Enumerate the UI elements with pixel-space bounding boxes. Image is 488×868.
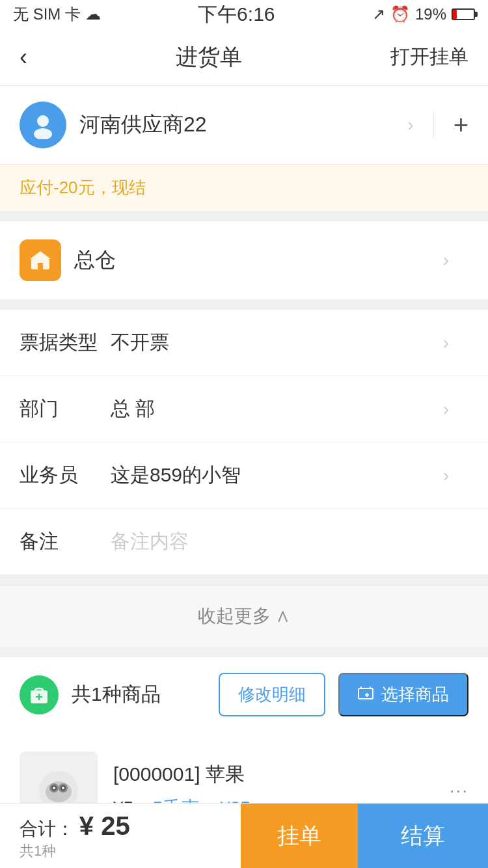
svg-point-1: [34, 128, 52, 139]
battery-level: 19%: [415, 5, 446, 23]
products-icon: [20, 675, 59, 714]
department-label: 部门: [20, 396, 111, 422]
warehouse-row[interactable]: 总仓 ›: [0, 221, 488, 299]
add-supplier-button[interactable]: +: [454, 111, 468, 140]
status-right: ↗ ⏰ 19%: [372, 5, 475, 23]
status-time: 下午6:16: [198, 1, 275, 28]
svg-point-14: [46, 781, 72, 802]
remark-row[interactable]: 备注 备注内容: [0, 508, 488, 575]
supplier-avatar: [20, 102, 66, 148]
svg-rect-8: [359, 688, 373, 699]
products-count: 共1种商品: [72, 681, 206, 708]
total-row: 合计： ¥ 25: [20, 811, 221, 841]
checkout-button[interactable]: 结算: [358, 804, 488, 869]
invoice-type-chevron-icon: ›: [443, 332, 449, 353]
svg-marker-3: [30, 251, 51, 259]
warehouse-chevron-icon: ›: [443, 250, 449, 271]
warehouse-name: 总仓: [74, 246, 443, 275]
page-title: 进货单: [176, 42, 242, 72]
svg-point-20: [62, 787, 64, 789]
products-header: 共1种商品 修改明细 选择商品: [0, 657, 488, 732]
invoice-type-value: 不开票: [111, 329, 443, 356]
department-row[interactable]: 部门 总 部 ›: [0, 375, 488, 442]
location-icon: ↗: [372, 5, 385, 23]
remark-label: 备注: [20, 528, 111, 555]
nav-bar: ‹ 进货单 打开挂单: [0, 29, 488, 86]
back-button[interactable]: ‹: [20, 44, 27, 71]
invoice-type-row[interactable]: 票据类型 不开票 ›: [0, 310, 488, 375]
product-more-button[interactable]: ···: [450, 780, 468, 801]
warehouse-icon: [20, 239, 61, 281]
salesperson-row[interactable]: 业务员 这是859的小智 ›: [0, 442, 488, 508]
open-hang-order-button[interactable]: 打开挂单: [390, 44, 468, 70]
remark-input[interactable]: 备注内容: [111, 528, 468, 555]
select-product-label: 选择商品: [381, 683, 449, 706]
svg-point-19: [53, 787, 55, 789]
status-left: 无 SIM 卡 ☁: [13, 4, 101, 25]
divider: [433, 112, 434, 138]
salesperson-chevron-icon: ›: [443, 465, 449, 486]
total-amount: ¥ 25: [79, 811, 130, 840]
supplier-chevron-icon: ›: [407, 115, 413, 135]
select-product-icon: [358, 685, 376, 705]
total-count: 共1种: [20, 841, 221, 861]
total-label: 合计：: [20, 819, 74, 839]
supplier-section: 河南供应商22 › + 应付-20元，现结: [0, 86, 488, 211]
salesperson-value: 这是859的小智: [111, 462, 443, 489]
alarm-icon: ⏰: [390, 5, 410, 23]
battery-icon: [452, 8, 475, 20]
department-value: 总 部: [111, 396, 443, 422]
select-product-button[interactable]: 选择商品: [338, 673, 468, 716]
svg-rect-4: [38, 263, 43, 269]
svg-point-0: [37, 115, 49, 127]
department-chevron-icon: ›: [443, 399, 449, 420]
invoice-type-label: 票据类型: [20, 329, 111, 356]
status-bar: 无 SIM 卡 ☁ 下午6:16 ↗ ⏰ 19%: [0, 0, 488, 29]
edit-detail-button[interactable]: 修改明细: [219, 673, 325, 716]
payment-hint: 应付-20元，现结: [0, 164, 488, 211]
collapse-more-button[interactable]: 收起更多 ∧: [0, 585, 488, 647]
warehouse-section: 总仓 ›: [0, 221, 488, 299]
product-name: [0000001] 苹果: [113, 761, 434, 788]
form-section: 票据类型 不开票 › 部门 总 部 › 业务员 这是859的小智 › 备注 备注…: [0, 310, 488, 575]
main-content: 河南供应商22 › + 应付-20元，现结 总仓 › 票据类型 不开票 ›: [0, 86, 488, 868]
sim-status: 无 SIM 卡 ☁: [13, 4, 101, 25]
supplier-name: 河南供应商22: [79, 111, 407, 139]
total-section: 合计： ¥ 25 共1种: [0, 811, 241, 861]
bottom-bar: 合计： ¥ 25 共1种 挂单 结算: [0, 803, 488, 868]
salesperson-label: 业务员: [20, 462, 111, 489]
hang-order-button[interactable]: 挂单: [241, 804, 358, 869]
supplier-row[interactable]: 河南供应商22 › +: [0, 86, 488, 164]
